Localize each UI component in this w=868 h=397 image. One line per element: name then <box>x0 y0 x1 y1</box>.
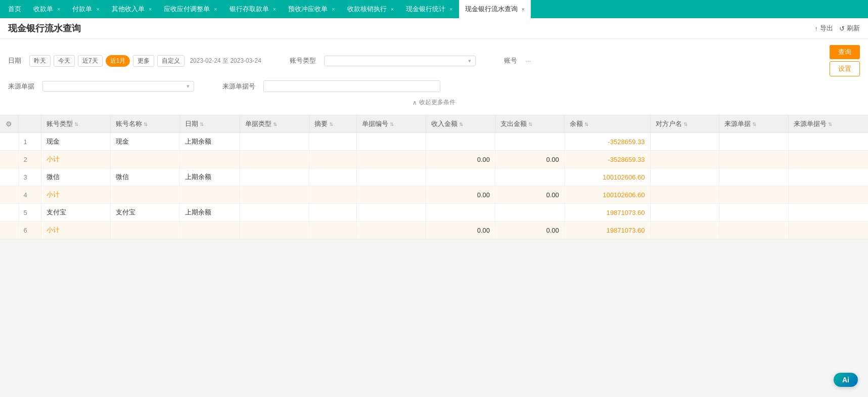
sort-icon-source-doc[interactable]: ⇅ <box>752 121 756 127</box>
table-cell: -3528659.33 <box>564 151 650 168</box>
table-row[interactable]: 2小计0.000.00-3528659.33 <box>0 151 868 168</box>
filter-row-2: 来源单据 ▾ 来源单据号 <box>8 80 860 92</box>
nav-receipts[interactable]: 收款单 × <box>27 0 66 18</box>
table-cell <box>180 186 240 204</box>
nav-bank-deposit[interactable]: 银行存取款单 × <box>223 0 282 18</box>
nav-cash-stats-close[interactable]: × <box>449 0 452 18</box>
table-cell <box>0 186 18 204</box>
date-btn-more[interactable]: 更多 <box>133 55 154 67</box>
table-cell <box>495 133 565 151</box>
table-cell <box>789 222 868 239</box>
nav-other-income[interactable]: 其他收入单 × <box>106 0 158 18</box>
nav-ar-ap-adjust[interactable]: 应收应付调整单 × <box>158 0 223 18</box>
source-doc-num-input[interactable] <box>263 80 440 92</box>
sort-icon-balance[interactable]: ⇅ <box>584 121 588 127</box>
nav-receipts-close[interactable]: × <box>57 0 60 18</box>
th-account-type-label: 账号类型 <box>47 119 73 128</box>
nav-cash-flow-close[interactable]: × <box>522 0 525 18</box>
date-btn-custom[interactable]: 自定义 <box>157 55 185 67</box>
th-counterpart: 对方户名 ⇅ <box>650 115 719 133</box>
table-cell <box>789 204 868 222</box>
table-cell <box>309 186 356 204</box>
nav-prepay-label: 预收冲应收单 <box>288 0 328 18</box>
table-row[interactable]: 5支付宝支付宝上期余额19871073.60 <box>0 204 868 222</box>
date-btn-1month[interactable]: 近1月 <box>106 55 130 67</box>
table-row[interactable]: 6小计0.000.0019871073.60 <box>0 222 868 239</box>
th-counterpart-label: 对方户名 <box>656 119 682 128</box>
table-row[interactable]: 1现金现金上期余额-3528659.33 <box>0 133 868 151</box>
nav-settlement-close[interactable]: × <box>391 0 394 18</box>
table-cell <box>650 133 719 151</box>
table-row[interactable]: 3微信微信上期余额100102606.60 <box>0 168 868 186</box>
sort-icon-income[interactable]: ⇅ <box>459 121 463 127</box>
nav-payments[interactable]: 付款单 × <box>66 0 105 18</box>
query-button[interactable]: 查询 <box>830 45 860 59</box>
table-cell: 0.00 <box>495 222 565 239</box>
table-cell <box>0 204 18 222</box>
table-cell: 上期余额 <box>180 204 240 222</box>
date-btn-7days[interactable]: 近7天 <box>78 55 103 67</box>
table-cell <box>650 186 719 204</box>
account-type-select[interactable]: ▾ <box>324 56 476 66</box>
th-date-label: 日期 <box>185 119 198 128</box>
table-cell <box>650 222 719 239</box>
collapse-up-icon: ∧ <box>413 99 417 106</box>
nav-prepay-close[interactable]: × <box>332 0 335 18</box>
page-title: 现金银行流水查询 <box>8 22 81 34</box>
sort-icon-account-name[interactable]: ⇅ <box>144 121 148 127</box>
table-cell: 微信 <box>41 168 111 186</box>
table-cell: 100102606.60 <box>564 186 650 204</box>
table-cell: 0.00 <box>495 186 565 204</box>
date-btn-yesterday[interactable]: 昨天 <box>29 55 51 67</box>
setting-button[interactable]: 设置 <box>830 61 860 76</box>
sort-icon-source-doc-num[interactable]: ⇅ <box>828 121 832 127</box>
th-doc-type-label: 单据类型 <box>245 119 271 128</box>
sort-icon-expense[interactable]: ⇅ <box>528 121 532 127</box>
nav-payments-close[interactable]: × <box>96 0 99 18</box>
th-balance-label: 余额 <box>570 119 583 128</box>
nav-bank-deposit-close[interactable]: × <box>273 0 276 18</box>
nav-home[interactable]: 首页 <box>2 0 27 18</box>
date-options: 昨天 今天 近7天 近1月 更多 自定义 2023-02-24 至 2023-0… <box>29 55 261 67</box>
collapse-bar[interactable]: ∧ 收起更多条件 <box>8 96 860 109</box>
th-summary-label: 摘要 <box>314 119 328 128</box>
table-cell: 100102606.60 <box>564 168 650 186</box>
nav-ar-ap-adjust-label: 应收应付调整单 <box>164 0 210 18</box>
table-cell: 0.00 <box>426 151 495 168</box>
sort-icon-date[interactable]: ⇅ <box>200 121 204 127</box>
table-cell: 19871073.60 <box>564 222 650 239</box>
nav-ar-ap-adjust-close[interactable]: × <box>214 0 217 18</box>
account-dots[interactable]: ··· <box>525 57 531 65</box>
nav-cash-stats[interactable]: 现金银行统计 × <box>400 0 459 18</box>
top-nav: 首页 收款单 × 付款单 × 其他收入单 × 应收应付调整单 × 银行存取款单 … <box>0 0 868 18</box>
table-cell <box>789 133 868 151</box>
th-settings: ⚙ <box>0 115 18 133</box>
sort-icon-doc-type[interactable]: ⇅ <box>273 121 277 127</box>
table-cell <box>789 151 868 168</box>
page-header: 现金银行流水查询 ↑ 导出 ↺ 刷新 <box>0 18 868 39</box>
table-cell <box>357 133 426 151</box>
sort-icon-summary[interactable]: ⇅ <box>329 121 333 127</box>
export-button[interactable]: ↑ 导出 <box>815 24 834 33</box>
th-expense: 支出金额 ⇅ <box>495 115 565 133</box>
refresh-button[interactable]: ↺ 刷新 <box>839 24 860 33</box>
nav-prepay[interactable]: 预收冲应收单 × <box>282 0 341 18</box>
nav-settlement[interactable]: 收款核销执行 × <box>341 0 400 18</box>
table-cell: 0.00 <box>495 151 565 168</box>
nav-other-income-close[interactable]: × <box>149 0 152 18</box>
export-label: 导出 <box>820 24 833 33</box>
sort-icon-account-type[interactable]: ⇅ <box>74 121 78 127</box>
th-summary: 摘要 ⇅ <box>309 115 356 133</box>
table-cell: 小计 <box>41 222 111 239</box>
table-row[interactable]: 4小计0.000.00100102606.60 <box>0 186 868 204</box>
date-btn-today[interactable]: 今天 <box>54 55 75 67</box>
table-cell <box>719 222 789 239</box>
sort-icon-doc-num[interactable]: ⇅ <box>390 121 394 127</box>
th-account-name-label: 账号名称 <box>116 119 142 128</box>
nav-cash-flow[interactable]: 现金银行流水查询 × <box>459 0 531 18</box>
table-cell <box>719 204 789 222</box>
gear-icon[interactable]: ⚙ <box>6 120 12 128</box>
source-doc-select[interactable]: ▾ <box>42 81 194 92</box>
sort-icon-counterpart[interactable]: ⇅ <box>683 121 688 127</box>
account-type-label: 账号类型 <box>290 56 316 65</box>
